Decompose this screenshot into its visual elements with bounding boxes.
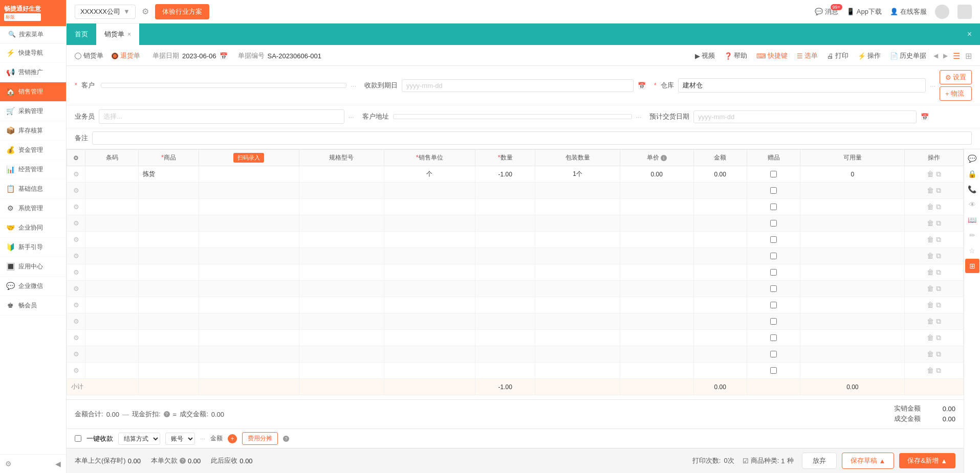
sidebar-item-basics[interactable]: 📋 基础信息 <box>0 179 66 199</box>
cell-unit[interactable] <box>384 297 475 313</box>
gift-checkbox[interactable] <box>770 171 777 177</box>
cell-barcode[interactable] <box>85 281 139 297</box>
gear-icon[interactable]: ⚙ <box>142 7 149 16</box>
save-new-button[interactable]: 保存&新增 ▲ <box>899 453 955 468</box>
cell-barcode[interactable] <box>85 330 139 346</box>
cell-gift[interactable] <box>747 199 800 215</box>
avatar-dropdown[interactable] <box>957 5 972 19</box>
cell-unit[interactable] <box>384 346 475 363</box>
toolbar-help[interactable]: ❓ 帮助 <box>722 50 749 61</box>
radio-return-order[interactable]: 退货单 <box>112 51 140 60</box>
expense-split-button[interactable]: 费用分摊 <box>242 432 278 445</box>
cell-product[interactable] <box>139 346 199 363</box>
cell-spec[interactable] <box>299 166 384 183</box>
copy-row-icon[interactable]: ⧉ <box>936 219 941 228</box>
delete-row-icon[interactable]: 🗑 <box>927 186 934 195</box>
cell-barcode[interactable] <box>85 346 139 363</box>
right-scan-icon[interactable]: ⊞ <box>965 259 979 273</box>
toolbar-print[interactable]: 🖨 打印 <box>825 50 851 61</box>
cell-product[interactable] <box>139 215 199 232</box>
cell-product[interactable] <box>139 281 199 297</box>
trial-button[interactable]: 体验行业方案 <box>155 4 209 19</box>
delete-row-icon[interactable]: 🗑 <box>927 219 934 228</box>
discount-info-icon[interactable]: ? <box>164 411 170 417</box>
copy-row-icon[interactable]: ⧉ <box>936 284 941 293</box>
sidebar-item-purchase-mgmt[interactable]: 🛒 采购管理 <box>0 102 66 121</box>
right-book-icon[interactable]: 📖 <box>965 213 979 227</box>
due-date-input[interactable]: yyyy-mm-dd <box>402 79 634 92</box>
cell-product[interactable] <box>139 232 199 248</box>
copy-row-icon[interactable]: ⧉ <box>936 268 941 277</box>
warehouse-more-icon[interactable]: ··· <box>930 82 935 89</box>
customer-addr-input[interactable] <box>393 114 632 119</box>
cell-gift[interactable] <box>747 330 800 346</box>
cell-quantity[interactable] <box>475 363 535 379</box>
cell-barcode[interactable] <box>85 166 139 183</box>
cell-spec[interactable] <box>299 330 384 346</box>
cell-pkg-qty[interactable] <box>535 183 620 199</box>
cell-amount[interactable] <box>693 232 747 248</box>
cell-amount[interactable] <box>693 199 747 215</box>
delete-row-icon[interactable]: 🗑 <box>927 350 934 358</box>
expected-date-calendar-icon[interactable]: 📅 <box>921 113 929 121</box>
cell-unit-price[interactable] <box>620 248 694 264</box>
cell-barcode[interactable] <box>85 199 139 215</box>
cell-amount[interactable] <box>693 346 747 363</box>
cell-unit-price[interactable] <box>620 313 694 330</box>
tab-sales-order[interactable]: 销货单 × <box>96 24 139 45</box>
cell-gift[interactable] <box>747 363 800 379</box>
sidebar-item-sales-mgmt[interactable]: 🏠 销售管理 <box>0 82 66 102</box>
calc-method-select[interactable]: 结算方式 <box>118 433 160 445</box>
cell-quantity[interactable] <box>475 232 535 248</box>
cell-barcode[interactable] <box>85 232 139 248</box>
copy-row-icon[interactable]: ⧉ <box>936 252 941 260</box>
gift-checkbox[interactable] <box>770 253 777 259</box>
search-menu[interactable]: 🔍 搜索菜单 <box>0 26 66 43</box>
settings-footer-icon[interactable]: ⚙ <box>5 460 12 468</box>
message-action[interactable]: 💬 消息 99+ <box>815 7 838 16</box>
sidebar-item-apps[interactable]: 🔳 应用中心 <box>0 257 66 277</box>
cell-pkg-qty[interactable] <box>535 363 620 379</box>
sidebar-item-enterprise[interactable]: 🤝 企业协同 <box>0 218 66 238</box>
add-payment-button[interactable]: + <box>228 434 237 443</box>
cell-amount[interactable] <box>693 281 747 297</box>
app-download-action[interactable]: 📱 App下载 <box>846 7 882 16</box>
expense-info-icon[interactable]: ? <box>283 436 289 442</box>
copy-row-icon[interactable]: ⧉ <box>936 202 941 211</box>
sidebar-item-operations[interactable]: 📊 经营管理 <box>0 160 66 179</box>
delete-row-icon[interactable]: 🗑 <box>927 268 934 277</box>
tab-home[interactable]: 首页 <box>67 24 96 45</box>
sidebar-item-guide[interactable]: 🔰 新手引导 <box>0 238 66 257</box>
cell-unit[interactable] <box>384 281 475 297</box>
sidebar-item-finance[interactable]: 💰 资金管理 <box>0 141 66 160</box>
gift-checkbox[interactable] <box>770 236 777 243</box>
toolbar-select[interactable]: ☰ 选单 <box>795 50 820 61</box>
cell-unit-price[interactable] <box>620 363 694 379</box>
cell-gift[interactable] <box>747 215 800 232</box>
cell-pkg-qty[interactable] <box>535 313 620 330</box>
gift-checkbox[interactable] <box>770 367 777 374</box>
cell-amount[interactable] <box>693 363 747 379</box>
gift-checkbox[interactable] <box>770 269 777 276</box>
cell-unit-price[interactable] <box>620 232 694 248</box>
cell-pkg-qty[interactable] <box>535 215 620 232</box>
cell-spec[interactable] <box>299 264 384 281</box>
cell-gift[interactable] <box>747 264 800 281</box>
cell-product[interactable]: 拣货 <box>139 166 199 183</box>
cell-gift[interactable] <box>747 248 800 264</box>
cell-product[interactable] <box>139 363 199 379</box>
salesperson-input[interactable]: 选择... <box>99 109 344 124</box>
gift-checkbox[interactable] <box>770 220 777 227</box>
cell-unit[interactable] <box>384 183 475 199</box>
account-select[interactable]: 账号 <box>165 433 195 445</box>
cell-amount[interactable] <box>693 248 747 264</box>
cell-unit[interactable] <box>384 330 475 346</box>
cell-barcode[interactable] <box>85 248 139 264</box>
delete-row-icon[interactable]: 🗑 <box>927 170 934 178</box>
cell-pkg-qty[interactable] <box>535 330 620 346</box>
cell-pkg-qty[interactable] <box>535 346 620 363</box>
tab-close-icon[interactable]: × <box>127 31 131 38</box>
remark-input[interactable] <box>92 131 972 145</box>
cell-unit[interactable] <box>384 264 475 281</box>
th-settings[interactable]: ⚙ <box>67 150 85 166</box>
